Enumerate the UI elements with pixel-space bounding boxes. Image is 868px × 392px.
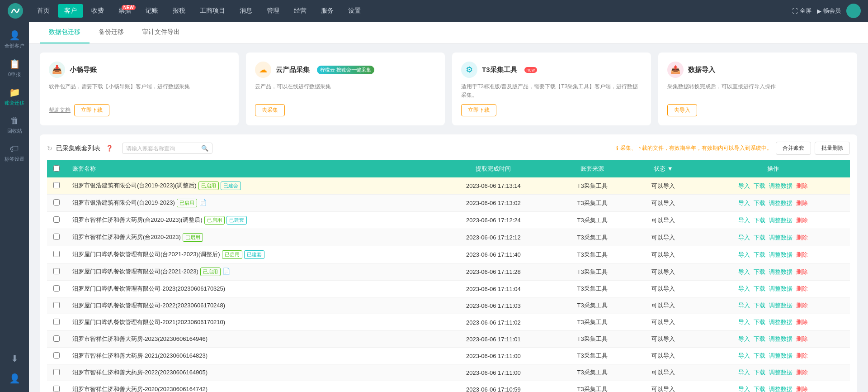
download-action[interactable]: 下载 [754,302,765,309]
delete-action[interactable]: 删除 [796,386,808,392]
nav-invoice[interactable]: 票据NEW [112,4,137,18]
nav-business[interactable]: 工商项目 [193,4,231,18]
sidebar-item-user[interactable]: 👤 [7,368,22,388]
download-action[interactable]: 下载 [754,217,765,224]
nav-billing[interactable]: 收费 [85,4,110,18]
row-checkbox[interactable] [53,216,60,223]
import-action[interactable]: 导入 [738,268,750,275]
logo[interactable] [7,3,24,19]
delete-action[interactable]: 删除 [796,268,808,275]
sidebar-item-account-migration[interactable]: 📁 账套迁移 [0,82,29,111]
row-checkbox[interactable] [53,369,60,375]
import-action[interactable]: 导入 [738,251,750,258]
import-action[interactable]: 导入 [738,335,750,342]
help-doc-link[interactable]: 帮助文档 [49,106,71,114]
adjust-action[interactable]: 调整数据 [769,268,793,275]
vip-button[interactable]: ▶ 畅会员 [817,7,841,15]
download-action[interactable]: 下载 [754,268,765,275]
delete-action[interactable]: 删除 [796,369,808,376]
go-collect-button[interactable]: 去采集 [255,104,285,116]
t3-download-button[interactable]: 立即下载 [461,104,496,116]
tab-data-package-migration[interactable]: 数据包迁移 [40,22,90,43]
row-checkbox[interactable] [53,199,60,206]
adjust-action[interactable]: 调整数据 [769,369,793,376]
delete-action[interactable]: 删除 [796,285,808,292]
nav-service[interactable]: 服务 [315,4,340,18]
adjust-action[interactable]: 调整数据 [769,302,793,309]
row-checkbox[interactable] [53,352,60,359]
download-action[interactable]: 下载 [754,386,765,392]
search-icon[interactable]: 🔍 [201,145,208,152]
import-action[interactable]: 导入 [738,302,750,309]
adjust-action[interactable]: 调整数据 [769,285,793,292]
adjust-action[interactable]: 调整数据 [769,319,793,325]
batch-delete-button[interactable]: 批量删除 [815,142,850,155]
fullscreen-button[interactable]: ⛶ 全屏 [792,7,811,15]
nav-manage[interactable]: 管理 [260,4,286,18]
row-checkbox[interactable] [53,302,60,308]
download-action[interactable]: 下载 [754,319,765,325]
delete-action[interactable]: 删除 [796,217,808,224]
import-action[interactable]: 导入 [738,352,750,359]
row-checkbox[interactable] [53,386,60,392]
merge-accounts-button[interactable]: 合并账套 [776,142,811,155]
help-icon[interactable]: ❓ [106,145,113,152]
sidebar-item-zero-report[interactable]: 📋 0申报 [0,54,29,82]
sidebar-item-download[interactable]: ⬇ [7,349,22,368]
adjust-action[interactable]: 调整数据 [769,217,793,224]
nav-accounting[interactable]: 记账 [139,4,165,18]
user-avatar[interactable] [846,4,861,18]
go-import-button[interactable]: 去导入 [667,104,697,116]
download-action[interactable]: 下载 [754,251,765,258]
sidebar-item-label-settings[interactable]: 🏷 标签设置 [0,139,29,167]
delete-action[interactable]: 删除 [796,302,808,309]
import-action[interactable]: 导入 [738,200,750,206]
import-action[interactable]: 导入 [738,234,750,241]
row-checkbox[interactable] [53,285,60,292]
row-checkbox[interactable] [53,234,60,240]
delete-action[interactable]: 删除 [796,182,808,189]
delete-action[interactable]: 删除 [796,335,808,342]
adjust-action[interactable]: 调整数据 [769,352,793,359]
row-checkbox[interactable] [53,251,60,257]
delete-action[interactable]: 删除 [796,352,808,359]
file-icon[interactable]: 📄 [222,268,230,275]
import-action[interactable]: 导入 [738,217,750,224]
search-input[interactable] [126,145,198,152]
delete-action[interactable]: 删除 [796,234,808,241]
adjust-action[interactable]: 调整数据 [769,234,793,241]
download-action[interactable]: 下载 [754,200,765,206]
sidebar-item-recycle[interactable]: 🗑 回收站 [0,111,29,139]
import-action[interactable]: 导入 [738,182,750,189]
import-action[interactable]: 导入 [738,285,750,292]
download-action[interactable]: 下载 [754,369,765,376]
download-action[interactable]: 下载 [754,285,765,292]
download-action[interactable]: 下载 [754,352,765,359]
sidebar-item-all-customers[interactable]: 👤 全部客户 [0,25,29,54]
download-action[interactable]: 下载 [754,335,765,342]
nav-tax[interactable]: 报税 [166,4,192,18]
row-checkbox[interactable] [53,335,60,342]
delete-action[interactable]: 删除 [796,200,808,206]
nav-settings[interactable]: 设置 [342,4,367,18]
file-icon[interactable]: 📄 [199,199,207,206]
download-action[interactable]: 下载 [754,234,765,241]
delete-action[interactable]: 删除 [796,251,808,258]
delete-action[interactable]: 删除 [796,319,808,325]
refresh-icon[interactable]: ↻ [47,145,52,152]
import-action[interactable]: 导入 [738,319,750,325]
download-now-button[interactable]: 立即下载 [74,104,109,116]
adjust-action[interactable]: 调整数据 [769,251,793,258]
adjust-action[interactable]: 调整数据 [769,335,793,342]
nav-customer[interactable]: 客户 [58,4,83,18]
adjust-action[interactable]: 调整数据 [769,386,793,392]
tab-backup-migration[interactable]: 备份迁移 [90,22,133,43]
nav-message[interactable]: 消息 [233,4,259,18]
nav-operation[interactable]: 经营 [288,4,313,18]
import-action[interactable]: 导入 [738,369,750,376]
nav-home[interactable]: 首页 [31,4,56,18]
adjust-action[interactable]: 调整数据 [769,200,793,206]
select-all-checkbox[interactable] [53,165,60,172]
import-action[interactable]: 导入 [738,386,750,392]
download-action[interactable]: 下载 [754,182,765,189]
